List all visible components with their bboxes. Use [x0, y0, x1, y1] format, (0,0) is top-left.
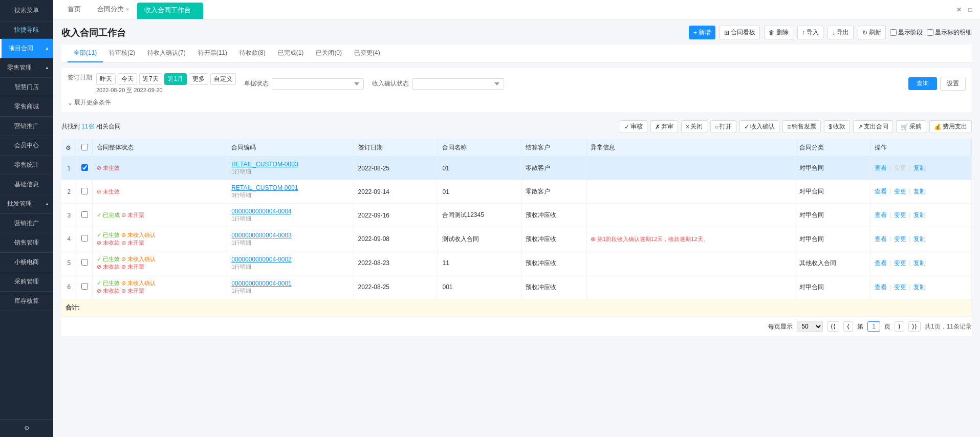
refresh-button[interactable]: ↻刷新	[858, 26, 886, 39]
row-checkbox[interactable]	[81, 164, 88, 171]
sidebar-item-retail-stats[interactable]: 零售统计	[0, 156, 53, 175]
action-变更[interactable]: 变更	[894, 283, 906, 291]
action-复制[interactable]: 复制	[913, 283, 926, 291]
sidebar-settings[interactable]: ⚙	[0, 419, 53, 437]
prev-page-button[interactable]: ⟨	[843, 321, 853, 332]
col-checkbox[interactable]	[77, 139, 92, 157]
next-page-button[interactable]: ⟩	[895, 321, 904, 332]
row-checkbox[interactable]	[81, 259, 88, 266]
income-confirm-select[interactable]	[412, 78, 504, 90]
sidebar-search[interactable]: 搜索菜单	[0, 0, 53, 21]
page-size-select[interactable]: 50 20 100	[797, 321, 823, 332]
import-button[interactable]: ↑导入	[797, 26, 823, 39]
tab-income-workbench[interactable]: 收入合同工作台×	[137, 3, 203, 19]
export-button[interactable]: ↓导出	[827, 26, 854, 39]
date-btn-custom[interactable]: 自定义	[210, 73, 236, 85]
contract-board-button[interactable]: ⊞合同看板	[720, 26, 760, 39]
doc-status-select[interactable]	[272, 78, 364, 90]
filter-tab-all[interactable]: 全部(11)	[68, 45, 103, 62]
action-复制[interactable]: 复制	[913, 259, 926, 267]
tab-contract-category[interactable]: 合同分类×	[89, 1, 137, 19]
delete-button[interactable]: 🗑删除	[764, 26, 793, 39]
sidebar-item-project-contract[interactable]: 项目合同▲	[0, 39, 53, 58]
date-btn-last1month[interactable]: 近1月	[164, 73, 187, 85]
action-变更[interactable]: 变更	[894, 188, 906, 195]
contract-code-link[interactable]: 0000000000004-0001	[231, 280, 291, 287]
sidebar-item-base-info[interactable]: 基础信息	[0, 175, 53, 194]
action-复制[interactable]: 复制	[913, 164, 926, 171]
contract-code-link[interactable]: RETAIL_CUSTOM-0001	[231, 184, 298, 191]
date-btn-more[interactable]: 更多	[189, 73, 208, 85]
action-变更[interactable]: 变更	[894, 235, 906, 243]
toolbar-btn-purchase[interactable]: 🛒采购	[896, 120, 926, 133]
action-查看[interactable]: 查看	[875, 235, 887, 243]
filter-tab-pending-review[interactable]: 待审核(2)	[103, 45, 141, 62]
toolbar-btn-abandon[interactable]: ✗弃审	[650, 120, 678, 133]
sidebar-item-member-center[interactable]: 会员中心	[0, 136, 53, 156]
maximize-window-button[interactable]: □	[967, 6, 974, 13]
date-btn-today[interactable]: 今天	[118, 73, 137, 85]
sidebar-item-purchase-mgmt[interactable]: 采购管理	[0, 272, 53, 292]
add-button[interactable]: +新增	[689, 26, 715, 39]
row-checkbox[interactable]	[81, 188, 88, 194]
toolbar-btn-income-confirm[interactable]: ✓收入确认	[739, 120, 779, 133]
action-查看[interactable]: 查看	[875, 211, 887, 218]
row-checkbox[interactable]	[81, 211, 88, 218]
filter-tab-pending-income-confirm[interactable]: 待收入确认(7)	[141, 45, 192, 62]
toolbar-btn-audit[interactable]: ✓审核	[620, 120, 647, 133]
sidebar-item-wholesale-mgmt[interactable]: 批发管理▲	[0, 194, 53, 214]
action-复制[interactable]: 复制	[913, 235, 926, 243]
close-window-button[interactable]: ✕	[955, 6, 963, 13]
show-stages-checkbox[interactable]	[890, 29, 897, 36]
contract-code-link[interactable]: RETAIL_CUSTOM-0003	[231, 161, 298, 168]
action-查看[interactable]: 查看	[875, 283, 887, 291]
sidebar-item-inventory[interactable]: 库存核算	[0, 292, 53, 311]
sidebar-item-marketing[interactable]: 营销推广	[0, 117, 53, 136]
date-btn-last7[interactable]: 近7天	[139, 73, 162, 85]
expand-conditions-button[interactable]: ⌄ 展开更多条件	[68, 98, 966, 107]
contract-code-link[interactable]: 0000000000004-0003	[231, 232, 291, 239]
filter-tab-closed[interactable]: 已关闭(0)	[310, 45, 348, 62]
row-checkbox[interactable]	[81, 283, 88, 290]
toolbar-btn-open[interactable]: ○打开	[710, 120, 736, 133]
select-all-checkbox[interactable]	[81, 144, 88, 150]
filter-tab-changed[interactable]: 已变更(4)	[348, 45, 386, 62]
toolbar-btn-payment[interactable]: $收款	[824, 120, 850, 133]
sidebar-item-smart-store[interactable]: 智慧门店	[0, 78, 53, 97]
toolbar-btn-close[interactable]: ×关闭	[681, 120, 707, 133]
contract-code-link[interactable]: 0000000000004-0002	[231, 256, 291, 263]
col-settings[interactable]: ⚙	[61, 139, 77, 157]
action-变更[interactable]: 变更	[894, 259, 906, 267]
action-复制[interactable]: 复制	[913, 211, 926, 218]
filter-tab-pending-invoice[interactable]: 待开票(11)	[192, 45, 233, 62]
filter-tab-completed[interactable]: 已完成(1)	[272, 45, 310, 62]
sidebar-item-retail-mall[interactable]: 零售商城	[0, 97, 53, 117]
action-查看[interactable]: 查看	[875, 164, 887, 171]
last-page-button[interactable]: ⟩⟩	[908, 321, 921, 332]
action-复制[interactable]: 复制	[913, 188, 926, 195]
row-checkbox[interactable]	[81, 235, 88, 242]
setting-button[interactable]: 设置	[940, 77, 966, 91]
tab-home[interactable]: 首页	[59, 1, 89, 19]
tab-close-icon[interactable]: ×	[193, 8, 196, 13]
first-page-button[interactable]: ⟨⟨	[827, 321, 839, 332]
filter-tab-pending-payment[interactable]: 待收款(8)	[233, 45, 272, 62]
toolbar-btn-sales-invoice[interactable]: ≡销售发票	[782, 120, 821, 133]
sidebar-item-xiaochang[interactable]: 小畅电商	[0, 253, 53, 272]
show-details-label[interactable]: 显示标的明细	[927, 28, 972, 37]
show-stages-label[interactable]: 显示阶段	[890, 28, 923, 37]
toolbar-btn-expense[interactable]: 💰费用支出	[929, 120, 972, 133]
show-details-checkbox[interactable]	[927, 29, 933, 36]
action-查看[interactable]: 查看	[875, 188, 887, 195]
tab-close-icon[interactable]: ×	[126, 7, 129, 12]
contract-code-link[interactable]: 0000000000004-0004	[231, 208, 291, 215]
sidebar-item-sales-marketing[interactable]: 营销推广	[0, 214, 53, 233]
date-btn-yesterday[interactable]: 昨天	[96, 73, 116, 85]
toolbar-btn-out-contract[interactable]: ↗支出合同	[853, 120, 893, 133]
sidebar-item-sales-mgmt[interactable]: 销售管理	[0, 233, 53, 253]
action-变更[interactable]: 变更	[894, 211, 906, 218]
sidebar-item-retail-mgmt[interactable]: 零售管理▲	[0, 58, 53, 78]
action-查看[interactable]: 查看	[875, 259, 887, 267]
sidebar-quick-nav[interactable]: 快捷导航	[0, 21, 53, 39]
query-button[interactable]: 查询	[908, 77, 937, 90]
